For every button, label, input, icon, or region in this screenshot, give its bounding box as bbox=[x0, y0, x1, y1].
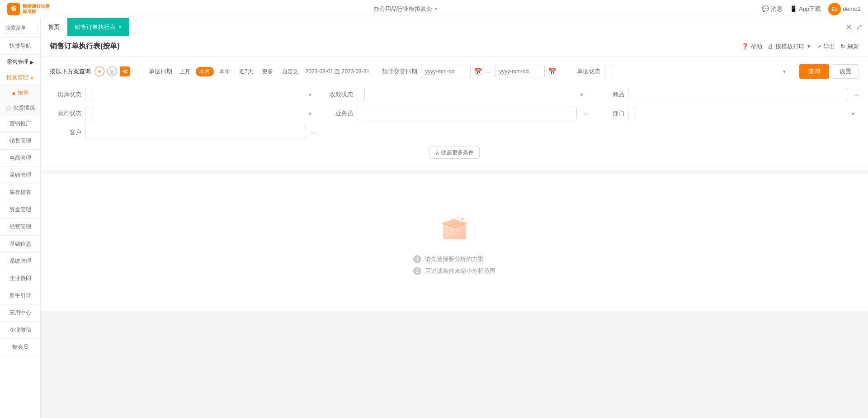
sidebar-item-retail[interactable]: 零售管理 ▶ bbox=[0, 55, 40, 70]
window-expand-btn[interactable]: ⤢ bbox=[856, 22, 863, 32]
calendar-start-icon[interactable]: 📅 bbox=[474, 68, 482, 75]
app-download-btn[interactable]: 📱 App下载 bbox=[790, 5, 821, 13]
sidebar-item-finance[interactable]: 资金管理 bbox=[0, 201, 40, 218]
customer-more-btn[interactable]: ··· bbox=[311, 129, 316, 136]
date-tab-this-year[interactable]: 本年 bbox=[216, 67, 234, 76]
date-tab-custom[interactable]: 自定义 bbox=[278, 67, 302, 76]
date-tab-this-month[interactable]: 本月 bbox=[196, 67, 214, 76]
sidebar-item-quick-nav[interactable]: 快捷导航 bbox=[0, 38, 40, 55]
tab-sales-order[interactable]: 销售订单执行表 × bbox=[67, 18, 129, 36]
sidebar-item-ecommerce[interactable]: 电商管理 bbox=[0, 150, 40, 167]
svg-point-1 bbox=[461, 218, 464, 220]
outbound-status-select[interactable] bbox=[85, 88, 93, 101]
department-select[interactable] bbox=[628, 107, 636, 120]
avatar: Ea bbox=[828, 3, 841, 15]
expected-delivery-start[interactable] bbox=[421, 65, 471, 78]
logo-area: 畅 畅捷通好生意 标准版 bbox=[7, 3, 50, 15]
tab-bar: 首页 销售订单执行表 × ✕ ⤢ bbox=[41, 18, 868, 36]
product-more-btn[interactable]: ··· bbox=[854, 91, 859, 98]
top-bar-left: 畅 畅捷通好生意 标准版 bbox=[7, 3, 50, 15]
refresh-btn[interactable]: ↻ 刷新 bbox=[840, 43, 859, 51]
execution-status-label: 执行状态 bbox=[50, 109, 81, 118]
sidebar-sub-item-按单[interactable]: ● 按单 bbox=[0, 86, 40, 100]
filter-area: 按以下方案查询 + ◎ ≪ 单据日期 上月 本月 本年 近7天 bbox=[41, 57, 868, 170]
filter-panel-collapse-btn[interactable]: ≪ bbox=[120, 66, 130, 76]
sidebar-sub-wholesale: ● 按单 ◎ 欠货情况 bbox=[0, 86, 40, 115]
date-filter-tabs: 上月 本月 本年 近7天 更多 自定义 bbox=[176, 67, 302, 76]
date-tab-more[interactable]: 更多 bbox=[259, 67, 277, 76]
message-btn[interactable]: 💬 消息 bbox=[762, 5, 783, 13]
sales-person-label: 业务员 bbox=[321, 109, 353, 118]
sidebar-item-app-center[interactable]: 应用中心 bbox=[0, 304, 40, 322]
date-tab-7-days[interactable]: 近7天 bbox=[236, 67, 257, 76]
empty-tips: 1 请先选择要分析的方案 2 用过滤条件来缩小分析范围 bbox=[413, 255, 495, 275]
svg-point-3 bbox=[458, 216, 460, 218]
print-dropdown-icon: ▼ bbox=[807, 44, 811, 49]
tip-2-num: 2 bbox=[413, 267, 421, 275]
sidebar-item-enterprise[interactable]: 企业协同 bbox=[0, 270, 40, 287]
receipt-status-field: 收款状态 bbox=[321, 88, 588, 101]
sidebar-search[interactable] bbox=[0, 18, 40, 38]
customer-input[interactable] bbox=[85, 126, 305, 139]
svg-point-5 bbox=[456, 229, 458, 231]
date-separator: — bbox=[486, 68, 491, 75]
page-header-actions: ❓ 帮助 🖨 按模板打印 ▼ ↗ 导出 ↻ 刷新 bbox=[741, 43, 859, 51]
window-close-btn[interactable]: ✕ bbox=[845, 22, 852, 32]
calendar-end-icon[interactable]: 📅 bbox=[548, 68, 556, 75]
sidebar-item-enterprise-wechat[interactable]: 企业微信 bbox=[0, 322, 40, 339]
product-label: 商品 bbox=[593, 90, 624, 99]
empty-tip-1: 1 请先选择要分析的方案 bbox=[413, 255, 495, 263]
sidebar-search-input[interactable] bbox=[3, 22, 38, 33]
gray-circle-icon: ◎ bbox=[6, 104, 11, 112]
filter-edit-btn[interactable]: ◎ bbox=[107, 66, 117, 76]
expected-delivery-end[interactable] bbox=[495, 65, 545, 78]
collapse-more-btn[interactable]: ∧ 收起更多条件 bbox=[429, 147, 480, 159]
sidebar-item-inventory[interactable]: 库存核算 bbox=[0, 184, 40, 201]
sidebar-item-wholesale[interactable]: 批发管理 ▲ bbox=[0, 70, 40, 86]
sidebar-item-basic-info[interactable]: 基础信息 bbox=[0, 236, 40, 253]
department-field: 部门 bbox=[593, 107, 859, 120]
sidebar-sub-item-欠货[interactable]: ◎ 欠货情况 bbox=[0, 100, 40, 115]
app-title[interactable]: 办公用品行业模拟账套 ▼ bbox=[373, 5, 439, 13]
orange-circle-icon: ● bbox=[12, 90, 15, 97]
sidebar-item-new-guide[interactable]: 新手引导 bbox=[0, 287, 40, 304]
page-content: 销售订单执行表(按单) ❓ 帮助 🖨 按模板打印 ▼ ↗ 导出 bbox=[41, 36, 868, 418]
help-icon: ❓ bbox=[741, 43, 749, 50]
outbound-status-label: 出库状态 bbox=[50, 90, 81, 99]
receipt-status-select[interactable] bbox=[357, 88, 365, 101]
order-status-select[interactable] bbox=[604, 65, 612, 78]
product-input[interactable] bbox=[628, 88, 848, 101]
sidebar-item-marketing[interactable]: 营销推广 bbox=[0, 115, 40, 133]
date-tab-last-month[interactable]: 上月 bbox=[176, 67, 194, 76]
execution-status-field: 执行状态 bbox=[50, 107, 316, 120]
tab-home[interactable]: 首页 bbox=[41, 18, 67, 36]
sales-person-field: 业务员 ··· bbox=[321, 107, 588, 120]
print-btn[interactable]: 🖨 按模板打印 ▼ bbox=[768, 43, 811, 51]
user-area[interactable]: Ea demo2 bbox=[828, 3, 861, 15]
sales-person-input[interactable] bbox=[357, 107, 577, 120]
help-btn[interactable]: ❓ 帮助 bbox=[741, 43, 762, 51]
filter-bottom: ∧ 收起更多条件 bbox=[50, 143, 859, 162]
svg-point-2 bbox=[465, 222, 467, 223]
sidebar-item-operations[interactable]: 经营管理 bbox=[0, 218, 40, 236]
empty-col-3 bbox=[593, 126, 859, 139]
query-button[interactable]: 查询 bbox=[799, 64, 829, 79]
department-label: 部门 bbox=[593, 109, 624, 118]
export-btn[interactable]: ↗ 导出 bbox=[816, 43, 835, 51]
top-bar: 畅 畅捷通好生意 标准版 办公用品行业模拟账套 ▼ 💬 消息 📱 App下载 E… bbox=[0, 0, 868, 18]
settings-button[interactable]: 设置 bbox=[832, 64, 859, 79]
date-range-display: 2023-03-01 至 2023-03-31 bbox=[306, 68, 369, 76]
sidebar-item-purchase[interactable]: 采购管理 bbox=[0, 167, 40, 184]
sidebar-item-member[interactable]: 畅会员 bbox=[0, 339, 40, 356]
sidebar-item-sales[interactable]: 销售管理 bbox=[0, 133, 40, 150]
tab-close-btn[interactable]: × bbox=[118, 24, 122, 30]
outbound-status-field: 出库状态 bbox=[50, 88, 316, 101]
logo-icon: 畅 bbox=[7, 3, 20, 15]
execution-status-select[interactable] bbox=[85, 107, 93, 120]
receipt-status-label: 收款状态 bbox=[321, 90, 353, 99]
tip-1-num: 1 bbox=[413, 255, 421, 263]
product-field: 商品 ··· bbox=[593, 88, 859, 101]
filter-add-btn[interactable]: + bbox=[94, 66, 104, 76]
sidebar-item-system[interactable]: 系统管理 bbox=[0, 253, 40, 270]
sales-person-more-btn[interactable]: ··· bbox=[582, 110, 588, 117]
